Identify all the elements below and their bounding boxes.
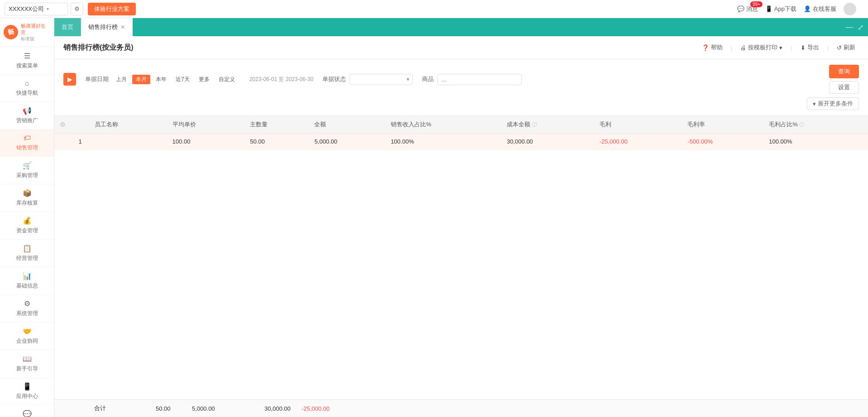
cost-help-icon: ⓘ <box>532 122 537 127</box>
row-gross-profit: -25,000.00 <box>594 134 682 150</box>
print-button[interactable]: 🖨 按模板打印 ▾ <box>737 42 786 53</box>
sidebar-label-quick-nav: 快捷导航 <box>16 89 38 97</box>
active-tab-label: 销售排行榜 <box>88 23 118 31</box>
sidebar-item-enterprise-collab[interactable]: 🤝 企业协同 <box>0 322 54 350</box>
sidebar-item-system[interactable]: ⚙ 系统管理 <box>0 295 54 322</box>
basic-info-icon: 📊 <box>23 272 32 280</box>
date-tab-last-month[interactable]: 上月 <box>112 75 130 84</box>
export-button[interactable]: ⬇ 导出 <box>797 42 823 53</box>
settings-col-icon[interactable]: ⚙ <box>60 121 66 128</box>
sidebar-label-operations: 经营管理 <box>16 254 38 262</box>
system-icon: ⚙ <box>24 299 30 308</box>
trial-button[interactable]: 体验行业方案 <box>88 3 136 15</box>
query-button[interactable]: 查询 <box>829 65 859 78</box>
sidebar-label-basic-info: 基础信息 <box>16 282 38 290</box>
filter-collapse-button[interactable]: ▶ <box>63 73 76 86</box>
sidebar-item-beginner[interactable]: 📖 新手引导 <box>0 350 54 378</box>
sidebar-item-marketing[interactable]: 📢 营销推广 <box>0 102 54 129</box>
page-actions: ❓ 帮助 | 🖨 按模板打印 ▾ | ⬇ 导出 | <box>698 42 859 53</box>
sidebar-item-sales[interactable]: 🏷 销售管理 <box>0 129 54 157</box>
settings-button[interactable]: 设置 <box>829 81 859 94</box>
company-dropdown-icon: ▾ <box>47 6 49 11</box>
query-btn-area: 查询 设置 <box>829 65 859 94</box>
col-header-cost-amount: 成本全额 ⓘ <box>501 116 594 134</box>
status-select[interactable] <box>350 74 413 85</box>
footer-label: 合计 <box>60 404 114 412</box>
date-filter-group: 单据日期 上月 本月 本年 近7天 更多 自定义 <box>85 75 239 84</box>
date-filter-label: 单据日期 <box>85 75 109 83</box>
col-header-gross-profit: 毛利 <box>594 116 682 134</box>
col-header-rank <box>71 116 89 134</box>
row-main-qty: 50.00 <box>245 134 309 150</box>
sidebar-label-marketing: 营销推广 <box>16 117 38 125</box>
purchase-icon: 🛒 <box>23 161 32 170</box>
gear-button[interactable]: ⚙ <box>71 3 83 15</box>
sidebar-label-inventory: 库存核算 <box>16 199 38 207</box>
sidebar-item-purchase[interactable]: 🛒 采购管理 <box>0 157 54 184</box>
date-tab-this-month[interactable]: 本月 <box>132 75 150 84</box>
sidebar-item-quick-nav[interactable]: ⌂ 快捷导航 <box>0 75 54 102</box>
more-filters-row: ▾ 展开更多条件 <box>63 94 859 110</box>
home-tab-label: 首页 <box>62 23 73 31</box>
col-header-amount: 全额 <box>309 116 385 134</box>
sidebar-item-app-center[interactable]: 📱 应用中心 <box>0 378 54 405</box>
sidebar-label-beginner: 新手引导 <box>16 365 38 373</box>
tab-bar: 首页 销售排行榜 ✕ — ⤢ <box>54 18 868 36</box>
quick-nav-icon: ⌂ <box>25 79 29 87</box>
sidebar-item-search-order[interactable]: ☰ 搜索菜单 <box>0 47 54 75</box>
tab-maximize-icon[interactable]: ⤢ <box>858 23 863 32</box>
top-header: XXXXXX公司 ▾ ⚙ 体验行业方案 💬 消息 99+ 📱 App下载 👤 在… <box>0 0 868 18</box>
tab-sales-ranking[interactable]: 销售排行榜 ✕ <box>81 18 133 36</box>
export-label: 导出 <box>807 43 819 52</box>
tab-home[interactable]: 首页 <box>54 18 81 36</box>
date-range-display: 2023-06-01 至 2023-06-30 <box>249 76 313 83</box>
date-tab-7days[interactable]: 近7天 <box>172 75 193 84</box>
help-icon: ❓ <box>702 44 709 51</box>
sidebar-item-finance[interactable]: 💰 资金管理 <box>0 212 54 240</box>
col-header-sales-ratio: 销售收入占比% <box>385 116 501 134</box>
sidebar-logo: 畅 畅康通好生意 标准版 <box>0 18 54 47</box>
main-layout: 畅 畅康通好生意 标准版 ☰ 搜索菜单 ⌂ 快捷导航 📢 营销推广 🏷 销售管理… <box>0 18 868 417</box>
app-download-button[interactable]: 📱 App下载 <box>765 5 796 13</box>
sidebar-label-app-center: 应用中心 <box>16 393 38 400</box>
col-header-icon: ⚙ <box>54 116 71 134</box>
date-tab-custom[interactable]: 自定义 <box>215 75 239 84</box>
row-icon-cell <box>54 134 71 150</box>
sidebar-item-operations[interactable]: 📋 经营管理 <box>0 240 54 267</box>
refresh-icon: ↺ <box>837 44 842 51</box>
refresh-button[interactable]: ↺ 刷新 <box>833 42 859 53</box>
sidebar-item-basic-info[interactable]: 📊 基础信息 <box>0 267 54 295</box>
sidebar-label-system: 系统管理 <box>16 310 38 317</box>
logo-text: 畅康通好生意 <box>21 23 50 36</box>
row-cost-amount: 30,000.00 <box>501 134 594 150</box>
sales-icon: 🏷 <box>24 134 31 142</box>
row-employee <box>89 134 167 150</box>
footer-gross-profit: -25,000.00 <box>296 405 335 412</box>
operations-icon: 📋 <box>23 244 32 253</box>
print-dropdown-icon: ▾ <box>779 44 782 51</box>
goods-input[interactable] <box>437 74 522 85</box>
app-download-label: App下载 <box>774 5 796 13</box>
tab-right-actions: — ⤢ <box>841 18 868 36</box>
sidebar-item-enterprise-wechat[interactable]: 💬 企业微信 <box>0 405 54 417</box>
enterprise-wechat-icon: 💬 <box>23 410 32 417</box>
row-rank: 1 <box>71 134 89 150</box>
avatar[interactable] <box>844 3 856 15</box>
tab-close-icon[interactable]: ✕ <box>120 24 125 30</box>
message-icon: 💬 <box>737 5 744 12</box>
online-service-button[interactable]: 👤 在线客服 <box>804 5 836 13</box>
filter-row: ▶ 单据日期 上月 本月 本年 近7天 更多 自定义 <box>63 65 859 94</box>
sidebar-label-sales: 销售管理 <box>16 144 38 152</box>
filter-area: ▶ 单据日期 上月 本月 本年 近7天 更多 自定义 <box>54 59 868 116</box>
app-center-icon: 📱 <box>23 382 32 391</box>
col-header-main-qty: 主数量 <box>245 116 309 134</box>
col-header-employee: 员工名称 <box>89 116 167 134</box>
company-selector[interactable]: XXXXXX公司 ▾ <box>5 3 68 15</box>
expand-more-filters-button[interactable]: ▾ 展开更多条件 <box>807 97 859 110</box>
date-tab-this-year[interactable]: 本年 <box>152 75 170 84</box>
help-button[interactable]: ❓ 帮助 <box>698 42 726 53</box>
sidebar-item-inventory[interactable]: 📦 库存核算 <box>0 184 54 212</box>
messages-button[interactable]: 💬 消息 99+ <box>737 5 758 13</box>
date-tab-more[interactable]: 更多 <box>195 75 213 84</box>
tab-minimize-icon[interactable]: — <box>846 23 853 31</box>
